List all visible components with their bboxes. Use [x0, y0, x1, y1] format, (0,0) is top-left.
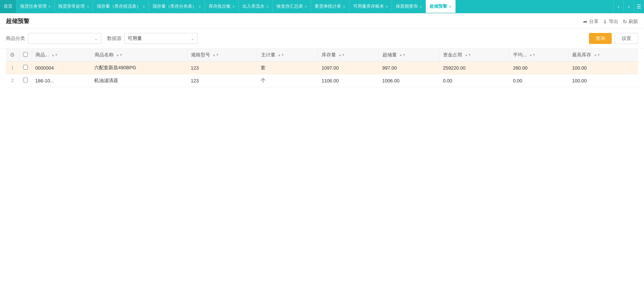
- datasource-filter-group: 数据源 可用量 ⌄: [107, 33, 198, 44]
- nav-order-stats-label: 要货单统计表: [315, 3, 341, 10]
- nav-arrow-menu[interactable]: ☰: [634, 0, 644, 13]
- nav-available-account-label: 可用量库存账本: [353, 3, 384, 10]
- datasource-select[interactable]: 可用量 ⌄: [124, 33, 198, 44]
- nav-stock-dist-close[interactable]: ×: [198, 4, 201, 9]
- row-code: 186-10...: [32, 74, 91, 87]
- th-stock[interactable]: 库存量 ▲▼: [318, 49, 379, 62]
- th-unit[interactable]: 主计量 ▲▼: [257, 49, 318, 62]
- row-avg: 0.00: [509, 74, 568, 87]
- nav-collect-summary[interactable]: 收发存汇总表 ×: [273, 0, 311, 13]
- row-checkbox[interactable]: [23, 65, 28, 70]
- nav-available-account[interactable]: 可用量库存账本 ×: [350, 0, 392, 13]
- nav-expiry-query-close[interactable]: ×: [420, 4, 422, 9]
- export-button[interactable]: ⇓ 导出: [603, 18, 618, 25]
- data-table: ⚙ 商品... ▲▼ 商品名称 ▲▼ 规格型号 ▲▼: [6, 49, 638, 87]
- row-unit: 个: [257, 74, 318, 87]
- table-row: 1 0000004 六配套新昌490BPG 123 套 1097.00 997.…: [6, 62, 638, 74]
- nav-stock-dist-label: 现存量（库存分布表）: [153, 3, 197, 10]
- row-name: 机油滤清器: [91, 74, 187, 87]
- nav-stock-status[interactable]: 现存量（库存状况表） ×: [93, 0, 149, 13]
- th-settings: ⚙: [6, 49, 19, 62]
- nav-expiry-query[interactable]: 保质期查询 ×: [392, 0, 426, 13]
- nav-stock-dist[interactable]: 现存量（库存分布表） ×: [149, 0, 205, 13]
- th-code[interactable]: 商品... ▲▼: [32, 49, 91, 62]
- th-maxstock[interactable]: 最高库存 ▲▼: [568, 49, 638, 62]
- export-icon: ⇓: [603, 19, 607, 25]
- nav-inout-flow-close[interactable]: ×: [266, 4, 268, 9]
- nav-collect-summary-close[interactable]: ×: [305, 4, 307, 9]
- nav-pick-task[interactable]: 拣货任务管理 ×: [17, 0, 55, 13]
- th-capital[interactable]: 资金占用 ▲▼: [439, 49, 509, 62]
- category-select[interactable]: ⌄: [28, 33, 101, 44]
- nav-overstock-warning-label: 超储预警: [429, 3, 447, 10]
- th-spec[interactable]: 规格型号 ▲▼: [187, 49, 257, 62]
- table-row: 2 186-10... 机油滤清器 123 个 1106.00 1006.00 …: [6, 74, 638, 87]
- row-capital: 259220.00: [439, 62, 509, 74]
- nav-batch-account-close[interactable]: ×: [233, 4, 235, 9]
- table-header-row: ⚙ 商品... ▲▼ 商品名称 ▲▼ 规格型号 ▲▼: [6, 49, 638, 62]
- nav-stock-status-close[interactable]: ×: [143, 4, 145, 9]
- nav-pick-task-close[interactable]: ×: [48, 4, 51, 9]
- nav-arrow-right[interactable]: ›: [623, 0, 634, 13]
- nav-available-account-close[interactable]: ×: [386, 4, 388, 9]
- th-name[interactable]: 商品名称 ▲▼: [91, 49, 187, 62]
- refresh-button[interactable]: ↻ 刷新: [623, 18, 638, 25]
- share-icon: ➦: [583, 19, 588, 25]
- nav-home[interactable]: 首页: [0, 0, 17, 13]
- top-navigation: 首页 拣货任务管理 × 拣货异常处理 × 现存量（库存状况表） × 现存量（库存…: [0, 0, 644, 13]
- nav-pick-exception-close[interactable]: ×: [87, 4, 89, 9]
- row-avg: 260.00: [509, 62, 568, 74]
- datasource-label: 数据源: [107, 35, 121, 42]
- settings-button[interactable]: 设置: [615, 33, 638, 44]
- query-button[interactable]: 查询: [589, 33, 612, 44]
- row-checkbox-cell: [19, 74, 32, 87]
- row-overstock: 997.00: [378, 62, 439, 74]
- nav-stock-status-label: 现存量（库存状况表）: [97, 3, 141, 10]
- nav-expiry-query-label: 保质期查询: [396, 3, 418, 10]
- sort-code-icon: ▲▼: [51, 53, 58, 57]
- row-spec: 123: [187, 74, 257, 87]
- nav-arrow-left[interactable]: ‹: [613, 0, 623, 13]
- row-checkbox[interactable]: [23, 78, 28, 82]
- export-label: 导出: [609, 18, 618, 25]
- nav-batch-account[interactable]: 库存批次账 ×: [205, 0, 239, 13]
- nav-inout-flow[interactable]: 出入库流水 ×: [239, 0, 272, 13]
- th-checkbox: [19, 49, 32, 62]
- table-settings-icon[interactable]: ⚙: [10, 52, 15, 58]
- row-maxstock: 100.00: [568, 74, 638, 87]
- table-container: ⚙ 商品... ▲▼ 商品名称 ▲▼ 规格型号 ▲▼: [0, 49, 644, 87]
- nav-order-stats-close[interactable]: ×: [343, 4, 345, 9]
- category-filter-group: 商品分类 ⌄: [6, 33, 101, 44]
- nav-home-label: 首页: [4, 3, 12, 10]
- nav-collect-summary-label: 收发存汇总表: [277, 3, 303, 10]
- sort-maxstock-icon: ▲▼: [594, 53, 600, 57]
- row-name: 六配套新昌490BPG: [91, 62, 187, 74]
- sort-capital-icon: ▲▼: [465, 53, 471, 57]
- nav-order-stats[interactable]: 要货单统计表 ×: [311, 0, 349, 13]
- share-button[interactable]: ➦ 分享: [583, 18, 599, 25]
- datasource-value: 可用量: [128, 35, 142, 42]
- nav-pick-exception-label: 拣货异常处理: [58, 3, 85, 10]
- refresh-label: 刷新: [629, 18, 638, 25]
- nav-overstock-warning[interactable]: 超储预警 ×: [426, 0, 455, 13]
- th-avg[interactable]: 平均... ▲▼: [509, 49, 568, 62]
- table-body: 1 0000004 六配套新昌490BPG 123 套 1097.00 997.…: [6, 62, 638, 87]
- sort-name-icon: ▲▼: [116, 53, 122, 57]
- filter-bar: 商品分类 ⌄ 数据源 可用量 ⌄ 查询 设置: [0, 29, 644, 49]
- page-header: 超储预警 ➦ 分享 ⇓ 导出 ↻ 刷新: [0, 13, 644, 29]
- row-stock: 1097.00: [318, 62, 379, 74]
- row-number: 2: [6, 74, 19, 87]
- nav-inout-flow-label: 出入库流水: [242, 3, 264, 10]
- sort-unit-icon: ▲▼: [278, 53, 284, 57]
- row-code: 0000004: [32, 62, 91, 74]
- nav-pick-exception[interactable]: 拣货异常处理 ×: [55, 0, 93, 13]
- refresh-icon: ↻: [623, 19, 627, 25]
- th-overstock[interactable]: 超储量 ▲▼: [378, 49, 439, 62]
- nav-overstock-warning-close[interactable]: ×: [449, 4, 451, 9]
- share-label: 分享: [589, 18, 599, 25]
- row-checkbox-cell: [19, 62, 32, 74]
- select-all-checkbox[interactable]: [23, 52, 28, 57]
- page-title: 超储预警: [6, 18, 29, 25]
- page-container: 超储预警 ➦ 分享 ⇓ 导出 ↻ 刷新 商品分类 ⌄ 数据源: [0, 13, 644, 293]
- nav-batch-account-label: 库存批次账: [209, 3, 231, 10]
